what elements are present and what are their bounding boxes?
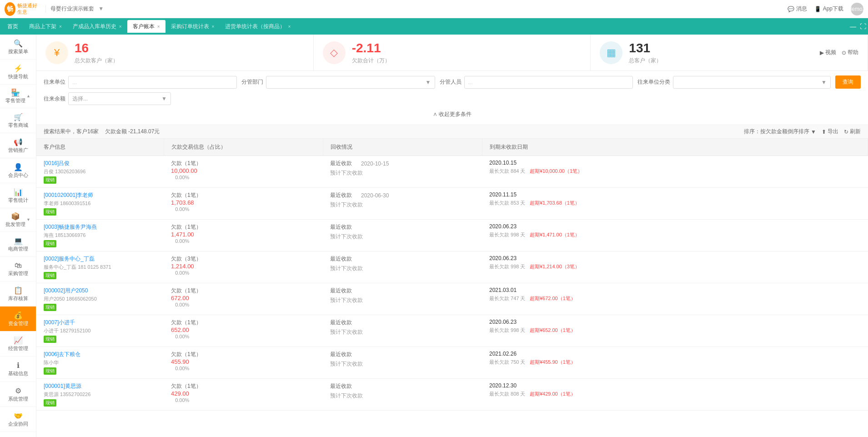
overdue-link-6[interactable]: 超期¥455.90（1笔） bbox=[530, 359, 576, 365]
sidebar-item-inventory[interactable]: 📋 库存核算 bbox=[0, 281, 36, 306]
repay-cell-7: 最近收款 预计下次收款 bbox=[323, 379, 482, 411]
table-header-row: 客户信息 欠款交易信息（占比） 回收情况 到期未收款日期 bbox=[36, 139, 868, 156]
close-instock-tab[interactable]: × bbox=[288, 24, 291, 29]
customer-name-0[interactable]: [0016]吕俊 bbox=[44, 160, 156, 167]
sort-control[interactable]: 排序：按欠款金额倒序排序 ▼ bbox=[744, 128, 816, 136]
sidebar-item-system[interactable]: ⚙ 系统管理 bbox=[0, 382, 36, 407]
balance-type-select[interactable]: 选择... ▼ bbox=[68, 92, 171, 105]
chevron-down-icon-2: ▼ bbox=[26, 217, 30, 222]
customer-name-4[interactable]: [000002]用户2050 bbox=[44, 287, 156, 295]
th-due-date: 到期未收款日期 bbox=[482, 139, 868, 156]
app-download-btn[interactable]: 📱 App下载 bbox=[814, 5, 843, 13]
sidebar-item-retail-mall[interactable]: 🛒 零售商城 bbox=[0, 108, 36, 133]
sidebar-item-wholesale[interactable]: 📦 批发管理 ▼ bbox=[0, 208, 36, 231]
sidebar-item-search[interactable]: 🔍 搜索菜单 bbox=[0, 35, 36, 60]
table-row: [0007]小进千 小进千 18279152100 现销 欠款（1笔） 652.… bbox=[36, 315, 868, 347]
overdue-link-4[interactable]: 超期¥672.00（1笔） bbox=[530, 296, 576, 301]
customer-name-3[interactable]: [0002]服务中心_丁磊 bbox=[44, 255, 156, 263]
overdue-link-3[interactable]: 超期¥1,214.00（3笔） bbox=[530, 264, 580, 269]
due-cell-7: 2020.12.30 最长欠款 808 天 超期¥429.00（1笔） bbox=[482, 379, 868, 411]
close-customer-tab[interactable]: × bbox=[157, 24, 160, 29]
manager-input[interactable]: ... bbox=[464, 76, 633, 89]
due-date-0: 2020.10.15 bbox=[489, 160, 861, 166]
tab-expand[interactable]: ⛶ bbox=[860, 23, 866, 30]
debt-amount-3[interactable]: 1,214.00 bbox=[171, 263, 316, 270]
sidebar-item-marketing[interactable]: 📢 营销推广 bbox=[0, 133, 36, 158]
repay-cell-5: 最近收款 预计下次收款 bbox=[323, 315, 482, 347]
sidebar-item-ecommerce[interactable]: 💻 电商管理 bbox=[0, 232, 36, 257]
refresh-icon: ↻ bbox=[844, 129, 848, 135]
tab-purchase[interactable]: 采购订单统计表 × bbox=[166, 20, 220, 33]
export-btn[interactable]: ⬆ 导出 bbox=[822, 128, 838, 136]
tab-instock[interactable]: 进货单统计表（按商品） × bbox=[220, 20, 296, 33]
sidebar-item-finance[interactable]: 💰 资金管理 bbox=[0, 306, 36, 332]
debt-amount-6[interactable]: 455.90 bbox=[171, 358, 316, 365]
th-repay-info: 回收情况 bbox=[323, 139, 482, 156]
purchase-icon: 🛍 bbox=[2, 261, 34, 270]
user-avatar-btn[interactable]: demo2 bbox=[851, 3, 863, 15]
sidebar-item-retail-stats[interactable]: 📊 零售统计 bbox=[0, 183, 36, 208]
overdue-link-7[interactable]: 超期¥429.00（1笔） bbox=[530, 391, 576, 397]
customer-name-1[interactable]: [0001020001]李老师 bbox=[44, 191, 156, 199]
logo-area: 畅 畅捷通好生意 bbox=[5, 2, 41, 16]
debt-count-4: 欠款（1笔） bbox=[171, 287, 316, 295]
debt-amount-4[interactable]: 672.00 bbox=[171, 295, 316, 301]
debt-amount-7[interactable]: 429.00 bbox=[171, 390, 316, 397]
customer-name-2[interactable]: [0003]畅捷服务尹海燕 bbox=[44, 223, 156, 231]
sidebar-item-retail-mgmt[interactable]: 🏪 零售管理 ▲ bbox=[0, 85, 36, 108]
chevron-dept: ▼ bbox=[426, 79, 431, 85]
stat-icon-total-customers: ▦ bbox=[600, 41, 622, 64]
tab-home[interactable]: 首页 bbox=[2, 20, 24, 33]
member-icon: 👤 bbox=[2, 163, 34, 171]
sidebar-item-operations[interactable]: 📈 经营管理 bbox=[0, 332, 36, 357]
overdue-link-2[interactable]: 超期¥1,471.00（1笔） bbox=[530, 232, 580, 237]
close-purchase-tab[interactable]: × bbox=[212, 24, 215, 29]
tab-customer[interactable]: 客户账本 × bbox=[127, 20, 166, 33]
message-btn[interactable]: 💬 消息 bbox=[788, 5, 807, 13]
debt-pct-3: 0.00% bbox=[171, 270, 189, 276]
debt-amount-5[interactable]: 652.00 bbox=[171, 326, 316, 333]
sidebar-item-quick-nav[interactable]: ⚡ 快捷导航 bbox=[0, 60, 36, 85]
company-selector[interactable]: 母婴行业演示账套 ▼ bbox=[45, 5, 788, 13]
overdue-link-5[interactable]: 超期¥652.00（1笔） bbox=[530, 327, 576, 333]
refresh-btn[interactable]: ↻ 刷新 bbox=[844, 128, 861, 136]
sidebar-item-member[interactable]: 👤 会员中心 bbox=[0, 158, 36, 183]
tab-goods[interactable]: 商品上下架 × bbox=[24, 20, 67, 33]
dept-select[interactable]: ▼ bbox=[266, 76, 435, 89]
tab-minimize[interactable]: — bbox=[850, 23, 856, 30]
customer-name-5[interactable]: [0007]小进千 bbox=[44, 319, 156, 326]
filter-area: 往来单位 ... 分管部门 ▼ 分管人员 ... bbox=[36, 71, 868, 125]
overdue-days-0: 最长欠款 884 天 bbox=[489, 168, 528, 174]
close-production-tab[interactable]: × bbox=[119, 24, 122, 29]
table-row: [0002]服务中心_丁磊 服务中心_丁磊 181 0125 8371 现销 欠… bbox=[36, 251, 868, 283]
tab-production[interactable]: 产成品入库单历史 × bbox=[67, 20, 127, 33]
source-unit-input[interactable]: ... bbox=[68, 76, 237, 89]
help-btn[interactable]: ⊙ 帮助 bbox=[842, 49, 858, 56]
debt-count-6: 欠款（1笔） bbox=[171, 351, 316, 358]
debt-amount-0[interactable]: 10,000.00 bbox=[171, 167, 316, 174]
sidebar-item-purchase[interactable]: 🛍 采购管理 bbox=[0, 257, 36, 281]
overdue-link-0[interactable]: 超期¥10,000.00（1笔） bbox=[530, 168, 582, 174]
customer-name-6[interactable]: [0006]去下粮仓 bbox=[44, 351, 156, 358]
customer-name-7[interactable]: [000001]黄思源 bbox=[44, 382, 156, 390]
sidebar-item-new-guide[interactable]: 🎯 新手引导 bbox=[0, 432, 36, 437]
sidebar-item-basic-info[interactable]: ℹ 基础信息 bbox=[0, 357, 36, 382]
collapse-btn[interactable]: ∧ 收起更多条件 bbox=[44, 109, 861, 120]
unit-category-select[interactable]: ▼ bbox=[673, 76, 831, 89]
customer-phone-7: 黄思源 13552700226 bbox=[44, 391, 156, 398]
debt-amount-1[interactable]: 1,703.68 bbox=[171, 199, 316, 206]
customer-phone-4: 用户2050 18665062050 bbox=[44, 296, 156, 302]
close-goods-tab[interactable]: × bbox=[59, 24, 62, 29]
overdue-days-2: 最长欠款 998 天 bbox=[489, 232, 528, 237]
search-icon: 🔍 bbox=[2, 39, 34, 48]
search-button[interactable]: 查询 bbox=[835, 75, 861, 89]
stat-debt-customers: ¥ 16 总欠款客户（家） bbox=[36, 35, 314, 70]
overdue-link-1[interactable]: 超期¥1,703.68（1笔） bbox=[530, 200, 580, 206]
next-pay-label-3: 预计下次收款 bbox=[330, 265, 475, 272]
debt-cell-4: 欠款（1笔） 672.00 0.00% bbox=[164, 283, 323, 315]
debt-amount-2[interactable]: 1,471.00 bbox=[171, 231, 316, 238]
video-btn[interactable]: ▶ 视频 bbox=[820, 49, 836, 56]
due-date-7: 2020.12.30 bbox=[489, 382, 861, 389]
sidebar-item-enterprise[interactable]: 🤝 企业协同 bbox=[0, 407, 36, 432]
customer-tag-5: 现销 bbox=[44, 336, 56, 343]
